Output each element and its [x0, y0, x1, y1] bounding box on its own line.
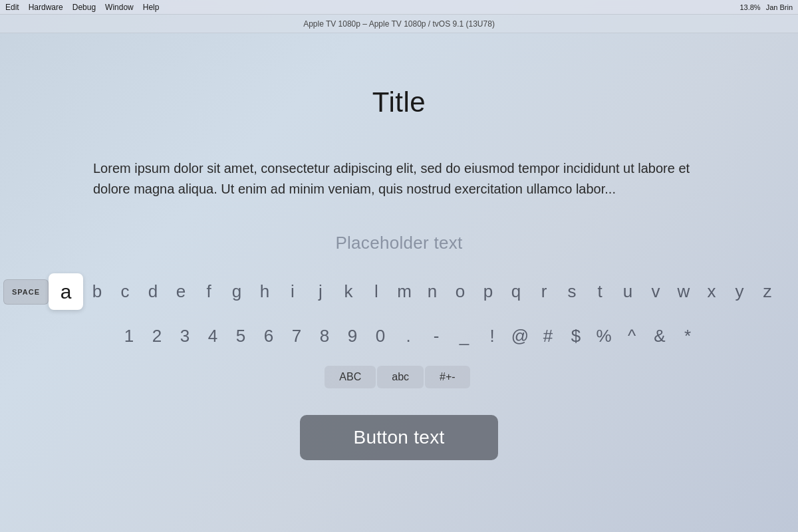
- key-5[interactable]: 5: [227, 318, 255, 354]
- key-k[interactable]: k: [334, 273, 362, 310]
- menu-bar: Edit Hardware Debug Window Help 13.8% Ja…: [0, 0, 798, 15]
- key-caret[interactable]: ^: [618, 318, 646, 354]
- key-i[interactable]: i: [279, 273, 307, 310]
- key-x[interactable]: x: [698, 273, 726, 310]
- key-0[interactable]: 0: [366, 318, 394, 354]
- body-text: Lorem ipsum dolor sit amet, consectetur …: [93, 158, 705, 200]
- mode-symbols[interactable]: #+-: [425, 366, 470, 388]
- key-period[interactable]: .: [394, 318, 422, 354]
- key-at[interactable]: @: [506, 318, 534, 354]
- key-z[interactable]: z: [753, 273, 781, 310]
- key-space[interactable]: SPACE: [3, 279, 49, 305]
- menu-bar-right: 13.8% Jan Brin: [739, 3, 793, 11]
- menu-edit[interactable]: Edit: [5, 3, 19, 12]
- keyboard-mode-row: ABC abc #+-: [3, 366, 791, 388]
- key-l[interactable]: l: [362, 273, 390, 310]
- mode-abc-lower[interactable]: abc: [377, 366, 424, 388]
- key-g[interactable]: g: [223, 273, 251, 310]
- key-2[interactable]: 2: [143, 318, 171, 354]
- keyboard-row-numbers: 1 2 3 4 5 6 7 8 9 0 . - _ ! @ # $ % ^ & …: [3, 318, 702, 354]
- key-m[interactable]: m: [390, 273, 418, 310]
- key-p[interactable]: p: [474, 273, 502, 310]
- menu-debug[interactable]: Debug: [72, 3, 96, 12]
- key-e[interactable]: e: [167, 273, 195, 310]
- key-9[interactable]: 9: [338, 318, 366, 354]
- key-ampersand[interactable]: &: [646, 318, 674, 354]
- key-o[interactable]: o: [446, 273, 474, 310]
- menu-bar-left: Edit Hardware Debug Window Help: [5, 3, 159, 12]
- window-title: Apple TV 1080p – Apple TV 1080p / tvOS 9…: [303, 19, 495, 29]
- key-underscore[interactable]: _: [450, 318, 478, 354]
- action-button[interactable]: Button text: [300, 415, 497, 460]
- keyboard: SPACE a b c d e f g h i j k l m n o p q …: [0, 273, 798, 388]
- key-d[interactable]: d: [139, 273, 167, 310]
- key-j[interactable]: j: [307, 273, 334, 310]
- key-dollar[interactable]: $: [562, 318, 590, 354]
- key-b[interactable]: b: [83, 273, 111, 310]
- key-f[interactable]: f: [195, 273, 223, 310]
- key-a[interactable]: a: [49, 273, 83, 310]
- key-t[interactable]: t: [586, 273, 614, 310]
- key-c[interactable]: c: [111, 273, 139, 310]
- key-y[interactable]: y: [726, 273, 753, 310]
- menu-window[interactable]: Window: [105, 3, 134, 12]
- key-h[interactable]: h: [251, 273, 279, 310]
- key-r[interactable]: r: [530, 273, 558, 310]
- key-6[interactable]: 6: [255, 318, 283, 354]
- key-4[interactable]: 4: [199, 318, 227, 354]
- menu-hardware[interactable]: Hardware: [29, 3, 63, 12]
- key-s[interactable]: s: [558, 273, 586, 310]
- keyboard-row-letters: SPACE a b c d e f g h i j k l m n o p q …: [3, 273, 781, 310]
- key-3[interactable]: 3: [171, 318, 199, 354]
- key-asterisk[interactable]: *: [674, 318, 702, 354]
- key-7[interactable]: 7: [283, 318, 311, 354]
- mode-abc-upper[interactable]: ABC: [325, 366, 376, 388]
- key-exclaim[interactable]: !: [478, 318, 506, 354]
- key-u[interactable]: u: [614, 273, 642, 310]
- key-hyphen[interactable]: -: [422, 318, 450, 354]
- key-q[interactable]: q: [502, 273, 530, 310]
- key-hash[interactable]: #: [534, 318, 562, 354]
- battery-percent: 13.8%: [739, 3, 760, 11]
- key-8[interactable]: 8: [311, 318, 338, 354]
- window-titlebar: Apple TV 1080p – Apple TV 1080p / tvOS 9…: [0, 15, 798, 33]
- page-title: Title: [372, 86, 426, 118]
- key-percent[interactable]: %: [590, 318, 618, 354]
- key-w[interactable]: w: [670, 273, 698, 310]
- user-name: Jan Brin: [766, 3, 793, 11]
- key-v[interactable]: v: [642, 273, 670, 310]
- main-content: Title Lorem ipsum dolor sit amet, consec…: [0, 33, 798, 532]
- menu-help[interactable]: Help: [143, 3, 160, 12]
- placeholder-text: Placeholder text: [335, 233, 462, 253]
- key-n[interactable]: n: [418, 273, 446, 310]
- key-1[interactable]: 1: [115, 318, 143, 354]
